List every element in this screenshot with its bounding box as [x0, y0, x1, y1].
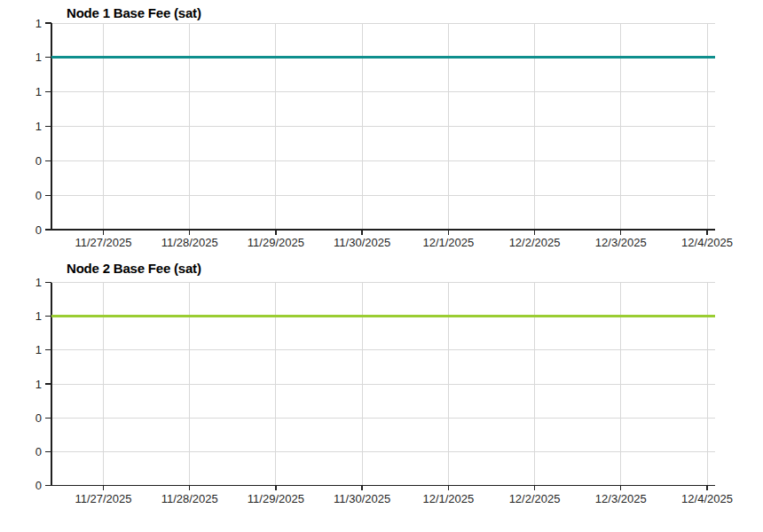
- y-tick-label: 0: [35, 411, 42, 425]
- y-tick-label: 1: [35, 343, 42, 356]
- y-tick-label: 1: [35, 120, 42, 133]
- x-tick-label: 11/27/2025: [75, 236, 131, 249]
- x-tick-label: 12/3/2025: [595, 236, 647, 249]
- chart-2-plot: 111100011/27/202511/28/202511/29/202511/…: [35, 276, 733, 505]
- y-tick-label: 1: [35, 309, 42, 323]
- y-tick-label: 0: [35, 154, 42, 168]
- y-tick-label: 0: [35, 479, 42, 492]
- charts-canvas: 111100011/27/202511/28/202511/29/202511/…: [0, 0, 763, 532]
- x-tick-label: 12/4/2025: [681, 492, 733, 505]
- x-tick-label: 11/29/2025: [248, 236, 304, 249]
- chart-1-plot: 111100011/27/202511/28/202511/29/202511/…: [35, 17, 733, 249]
- x-tick-label: 12/1/2025: [422, 492, 474, 505]
- x-tick-label: 12/1/2025: [422, 236, 474, 249]
- y-tick-label: 1: [35, 17, 42, 30]
- y-tick-label: 0: [35, 189, 42, 202]
- x-tick-label: 11/30/2025: [334, 492, 390, 505]
- x-tick-label: 12/2/2025: [509, 492, 561, 505]
- y-tick-label: 1: [35, 378, 42, 391]
- x-tick-label: 11/28/2025: [161, 492, 218, 505]
- base-fee-dashboard: Node 1 Base Fee (sat) Node 2 Base Fee (s…: [0, 0, 763, 532]
- x-tick-label: 12/2/2025: [509, 236, 561, 249]
- y-tick-label: 0: [35, 223, 42, 237]
- x-tick-label: 11/29/2025: [248, 492, 304, 505]
- x-tick-label: 11/27/2025: [75, 492, 131, 505]
- x-tick-label: 11/30/2025: [334, 236, 390, 249]
- x-tick-label: 12/3/2025: [595, 492, 647, 505]
- x-tick-label: 12/4/2025: [681, 236, 733, 249]
- y-tick-label: 1: [35, 85, 42, 98]
- y-tick-label: 1: [35, 276, 42, 289]
- y-tick-label: 1: [35, 51, 42, 64]
- y-tick-label: 0: [35, 445, 42, 458]
- x-tick-label: 11/28/2025: [161, 236, 218, 249]
